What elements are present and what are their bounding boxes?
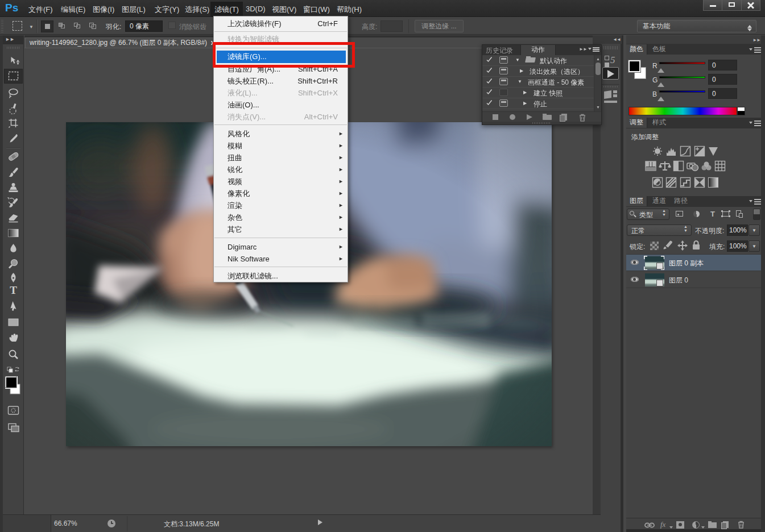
svg-text:T: T — [10, 284, 17, 296]
